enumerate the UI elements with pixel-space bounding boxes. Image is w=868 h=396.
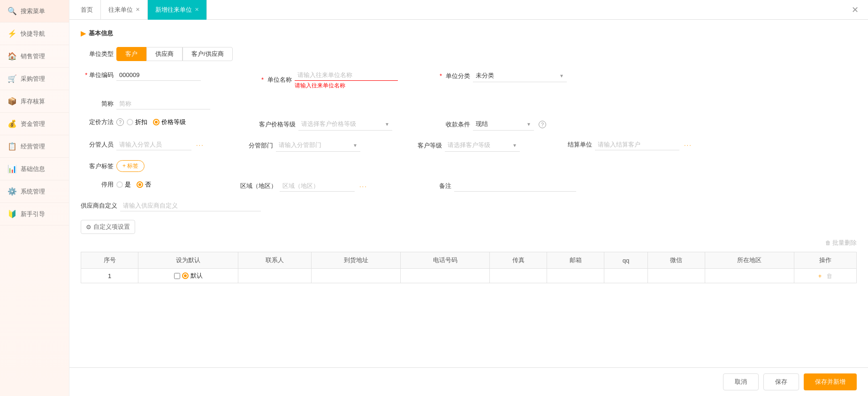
cell-phone	[401, 269, 490, 283]
delete-row-button[interactable]: 🗑	[826, 272, 832, 280]
cell-region	[705, 269, 794, 283]
default-label: 默认	[190, 272, 203, 280]
sidebar-item-new-guide[interactable]: 🔰 新手引导	[0, 203, 69, 225]
pricing-help-icon[interactable]: ?	[116, 118, 124, 126]
sidebar-item-operations[interactable]: 📋 经营管理	[0, 135, 69, 158]
section-title-text: 基本信息	[89, 29, 113, 38]
sidebar-item-sales[interactable]: 🏠 销售管理	[0, 45, 69, 68]
custom-settings-row: ⚙ 自定义项设置	[81, 220, 857, 234]
no-label: 否	[145, 180, 151, 189]
payment-terms-group: 收款条件 现结 ▼ ?	[437, 118, 578, 131]
custom-settings-button[interactable]: ⚙ 自定义项设置	[81, 220, 135, 234]
payment-terms-select[interactable]: 现结 ▼	[473, 118, 534, 131]
payment-terms-arrow: ▼	[526, 122, 531, 127]
dept-placeholder: 请输入分管部门	[279, 141, 351, 149]
operations-icon: 📋	[8, 142, 17, 151]
search-icon: 🔍	[8, 7, 17, 16]
dept-group: 分管部门 请输入分管部门 ▼	[240, 139, 409, 152]
discount-label: 折扣	[135, 118, 147, 126]
default-radio-item[interactable]: 默认	[182, 272, 203, 280]
tab-partner[interactable]: 往来单位 ✕	[101, 0, 148, 20]
region-label: 区域（地区）	[240, 182, 277, 190]
disabled-row: 停用 是 否 区域（地区） ··· 备注	[81, 180, 857, 192]
short-name-label: 简称	[81, 100, 114, 108]
col-fax: 传真	[490, 252, 547, 269]
settlement-dots[interactable]: ···	[682, 141, 694, 148]
row-checkbox[interactable]	[174, 273, 180, 279]
add-tag-button[interactable]: + 标签	[116, 160, 145, 172]
finance-icon: 💰	[8, 119, 17, 128]
price-level-placeholder: 请选择客户价格等级	[301, 120, 383, 128]
sidebar-item-search[interactable]: 🔍 搜索菜单	[0, 0, 69, 23]
supplier-custom-input[interactable]	[120, 200, 261, 211]
short-name-input[interactable]	[116, 98, 210, 109]
dept-label: 分管部门	[240, 141, 273, 150]
price-level-select[interactable]: 请选择客户价格等级 ▼	[298, 118, 392, 131]
sidebar-item-label: 基础信息	[21, 165, 45, 173]
sidebar-item-basic-info[interactable]: 📊 基础信息	[0, 158, 69, 180]
category-select[interactable]: 未分类 ▼	[473, 70, 567, 82]
tab-home[interactable]: 首页	[73, 0, 101, 20]
contact-table: 序号 设为默认 联系人 到货地址 电话号码 传真 邮箱 qq 微信 所在地区 操…	[81, 252, 857, 283]
payment-terms-label: 收款条件	[437, 120, 470, 129]
sidebar-item-quick-nav[interactable]: ⚡ 快捷导航	[0, 23, 69, 45]
customer-level-select[interactable]: 请选择客户等级 ▼	[445, 139, 520, 152]
add-row-button[interactable]: +	[818, 272, 822, 280]
pricing-radio-grade[interactable]: 价格等级	[153, 118, 186, 126]
unit-type-label: 单位类型	[81, 50, 114, 58]
col-region: 所在地区	[705, 252, 794, 269]
name-error-text: 请输入往来单位名称	[295, 82, 398, 90]
region-input[interactable]	[280, 180, 355, 192]
region-dots[interactable]: ···	[358, 183, 369, 190]
window-close-button[interactable]: ✕	[846, 5, 864, 15]
dept-select[interactable]: 请输入分管部门 ▼	[276, 139, 360, 152]
sidebar-item-label: 销售管理	[21, 52, 45, 61]
name-input[interactable]	[295, 70, 398, 81]
footer: 取消 保存 保存并新增	[69, 367, 868, 396]
sidebar-item-finance[interactable]: 💰 资金管理	[0, 113, 69, 135]
remark-input[interactable]	[454, 180, 576, 192]
code-name-category-row: 单位编码 * 单位名称 请输入往来单位名称 * 单位分类 未分类 ▼	[81, 70, 857, 90]
section-icon: ▶	[81, 30, 86, 37]
cancel-button[interactable]: 取消	[723, 373, 759, 390]
tab-new-partner[interactable]: 新增往来单位 ✕	[148, 0, 207, 20]
save-button[interactable]: 保存	[763, 373, 799, 390]
tab-partner-close[interactable]: ✕	[136, 7, 140, 13]
sidebar-item-system[interactable]: ⚙️ 系统管理	[0, 180, 69, 203]
pricing-label: 定价方法	[81, 118, 114, 126]
cell-email	[547, 269, 604, 283]
remark-group: 备注	[419, 180, 857, 192]
settlement-input[interactable]	[595, 139, 679, 150]
type-btn-customer[interactable]: 客户	[116, 47, 146, 61]
disabled-group: 停用 是 否	[81, 180, 240, 189]
payment-help-icon[interactable]: ?	[539, 121, 546, 128]
disabled-yes-radio[interactable]: 是	[116, 180, 131, 189]
cell-wechat	[647, 269, 705, 283]
pricing-radio-discount[interactable]: 折扣	[127, 118, 147, 126]
manager-dots[interactable]: ···	[194, 141, 206, 148]
category-group: * 单位分类 未分类 ▼	[409, 70, 567, 82]
region-group: 区域（地区） ···	[240, 180, 419, 192]
sidebar-item-label: 经营管理	[21, 142, 45, 151]
manager-row: 分管人员 ··· 分管部门 请输入分管部门 ▼ 客户等级 请选择客户等级 ▼ 结…	[81, 139, 857, 152]
settlement-label: 结算单位	[559, 140, 592, 149]
sidebar-item-purchase[interactable]: 🛒 采购管理	[0, 68, 69, 90]
sidebar-item-inventory[interactable]: 📦 库存核算	[0, 90, 69, 113]
table-row: 1 默认	[81, 269, 857, 283]
cell-address	[312, 269, 401, 283]
settlement-group: 结算单位 ···	[559, 139, 857, 150]
save-new-button[interactable]: 保存并新增	[804, 373, 857, 390]
customer-level-label: 客户等级	[409, 141, 442, 150]
type-btn-both[interactable]: 客户/供应商	[183, 47, 233, 61]
col-email: 邮箱	[547, 252, 604, 269]
batch-delete-label[interactable]: 批量删除	[832, 239, 857, 246]
code-input[interactable]	[116, 70, 201, 81]
col-default: 设为默认	[138, 252, 238, 269]
customer-level-arrow: ▼	[512, 143, 517, 148]
tab-new-partner-close[interactable]: ✕	[195, 7, 199, 13]
type-btn-supplier[interactable]: 供应商	[146, 47, 183, 61]
customer-level-placeholder: 请选择客户等级	[448, 141, 510, 149]
default-radio-circle	[182, 272, 189, 279]
manager-input[interactable]	[116, 139, 191, 150]
disabled-no-radio[interactable]: 否	[137, 180, 151, 189]
